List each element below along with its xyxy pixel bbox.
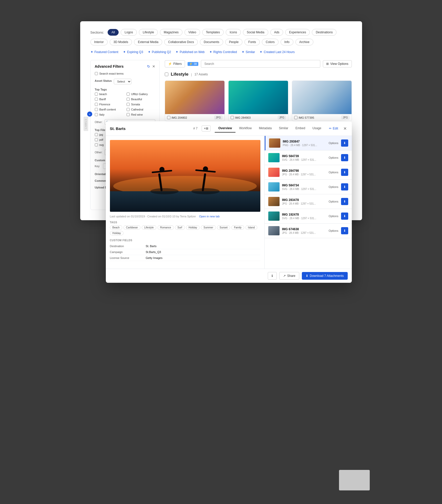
attachment-download-btn[interactable]: ⬇ [341,139,348,147]
filters-refresh-icon[interactable]: ↻ [147,64,150,68]
section-btn-documents[interactable]: Documents [200,39,223,45]
section-btn-info[interactable]: Info [281,39,293,45]
asset-card[interactable]: IMG 577395 JPG [292,80,352,121]
quick-filter-created-last-24-hours[interactable]: ✦Created Last 24 Hours [260,50,295,54]
section-btn-collaborative-docs[interactable]: Collaborative Docs [164,39,198,45]
tag-checkbox[interactable] [127,113,130,116]
asset-status-select[interactable]: Select [114,79,131,84]
section-btn-3d-models[interactable]: 3D Models [110,39,132,45]
toolbar: ⚡ Filters ⚡ 38 ⊞ View Options [165,60,352,68]
tag-pill[interactable]: Family [231,225,244,230]
section-btn-interior[interactable]: Interior [90,39,108,45]
filetype-checkbox[interactable] [95,138,98,141]
share-footer-btn[interactable]: ↗ Share [279,272,299,280]
tag-checkbox[interactable] [95,93,98,96]
attachment-download-btn[interactable]: ⬇ [341,213,348,220]
section-btn-ads[interactable]: Ads [270,29,283,36]
custom-fields-title: CUSTOM FIELDS [110,239,260,242]
tag-checkbox[interactable] [127,93,130,96]
attachment-download-btn[interactable]: ⬇ [341,183,348,190]
tag-pill[interactable]: Caribbean [124,225,140,230]
asset-checkbox[interactable] [294,116,297,119]
filetype-checkbox[interactable] [95,143,98,146]
section-btn-all[interactable]: All [108,29,119,36]
filetype-checkbox[interactable] [95,133,98,136]
tag-pill[interactable]: Lifestyle [142,225,156,230]
tag-pill[interactable]: Sunset [217,225,230,230]
tab-embed[interactable]: Embed [292,124,309,133]
view-options-button[interactable]: ⊞ View Options [323,60,352,67]
section-btn-external-media[interactable]: External Media [134,39,162,45]
tab-usage[interactable]: Usage [309,124,325,133]
filters-close-icon[interactable]: ✕ [152,64,155,68]
section-btn-social-media[interactable]: Social Media [243,29,268,36]
tag-checkbox[interactable] [95,98,98,101]
section-select-all[interactable] [165,73,168,76]
section-btn-video[interactable]: Video [184,29,200,36]
section-btn-archive[interactable]: Archive [295,39,313,45]
attachment-download-btn[interactable]: ⬇ [341,169,348,176]
tab-metadata[interactable]: Metadata [255,124,275,133]
attachment-options-link[interactable]: Options [329,215,338,218]
section-btn-colors[interactable]: Colors [262,39,279,45]
attachment-options-link[interactable]: Options [329,229,338,232]
tag-checkbox[interactable] [95,103,98,106]
section-btn-logos[interactable]: Logos [121,29,137,36]
quick-filter-expiring-q3[interactable]: ✦Expiring Q3 [123,50,143,54]
modal-close-button[interactable]: ✕ [342,126,348,131]
download-label: Download 7 Attachments [310,274,344,278]
attachment-download-btn[interactable]: ⬇ [341,198,348,205]
asset-checkbox[interactable] [231,116,234,119]
add-to-collection-btn[interactable]: +⊞ [202,125,211,132]
tab-overview[interactable]: Overview [215,124,235,133]
asset-card[interactable]: IMG 204802 JPG [165,80,225,121]
attachment-info: IMG 284798 JPG · 28.4 MB · 1297 × 531... [282,169,326,176]
section-btn-icons[interactable]: Icons [226,29,241,36]
section-btn-people[interactable]: People [225,39,242,45]
attachment-options-link[interactable]: Options [329,171,338,174]
open-new-tab-link[interactable]: Open in new tab [199,215,220,218]
section-btn-experiences[interactable]: Experiences [285,29,310,36]
quick-filter-featured-content[interactable]: ✦Featured Content [90,50,118,54]
section-btn-destinations[interactable]: Destinations [312,29,336,36]
tag-pill[interactable]: Holiday [186,225,200,230]
search-input[interactable] [201,60,320,68]
attachment-options-link[interactable]: Options [329,185,338,188]
filters-button[interactable]: ⚡ Filters [165,60,185,67]
search-exact-checkbox[interactable] [95,72,98,75]
tag-pill[interactable]: Summer [201,225,216,230]
quick-filter-similar[interactable]: ✦Similar [242,50,255,54]
section-btn-fonts[interactable]: Fonts [244,39,260,45]
asset-checkbox[interactable] [167,116,170,119]
tab-similar[interactable]: Similar [275,124,292,133]
tag-checkbox[interactable] [95,113,98,116]
attachment-options-link[interactable]: Options [329,156,338,159]
tag-pill[interactable]: Holiday [110,231,124,235]
asset-card[interactable]: IMG 284903 JPG [228,80,288,121]
download-footer-btn[interactable]: ⬇ Download 7 Attachments [302,272,348,280]
tag-checkbox[interactable] [127,103,130,106]
quick-filter-publishing-q2[interactable]: ✦Publishing Q2 [148,50,171,54]
quick-filter-published-on-web[interactable]: ✦Published on Web [176,50,204,54]
tag-pill[interactable]: Romance [158,225,174,230]
tag-pill[interactable]: Beach [110,225,122,230]
quick-filter-rights-controlled[interactable]: ✦Rights Controlled [209,50,237,54]
tab-workflow[interactable]: Workflow [235,124,255,133]
edit-button[interactable]: ✏ Edit [329,127,338,130]
attachment-options-link[interactable]: Options [329,142,338,145]
quick-filters-row: ✦Featured Content✦Expiring Q3✦Publishing… [90,50,352,54]
attachment-download-btn[interactable]: ⬇ [341,154,348,161]
attachment-options-link[interactable]: Options [329,200,338,203]
tag-checkbox[interactable] [127,108,130,111]
info-footer-btn[interactable]: ℹ [268,272,277,280]
tag-checkbox[interactable] [127,98,130,101]
tag-pill[interactable]: Surf [175,225,185,230]
collapse-arrow[interactable]: » [87,112,92,117]
tags-list: BeachCaribbeanLifestyleRomanceSurfHolida… [110,225,260,235]
section-btn-magazines[interactable]: Magazines [160,29,182,36]
tag-checkbox[interactable] [95,108,98,111]
attachment-download-btn[interactable]: ⬇ [341,227,348,234]
tag-pill[interactable]: Island [245,225,258,230]
section-btn-lifestyle[interactable]: Lifestyle [139,29,158,36]
section-btn-templates[interactable]: Templates [202,29,224,36]
